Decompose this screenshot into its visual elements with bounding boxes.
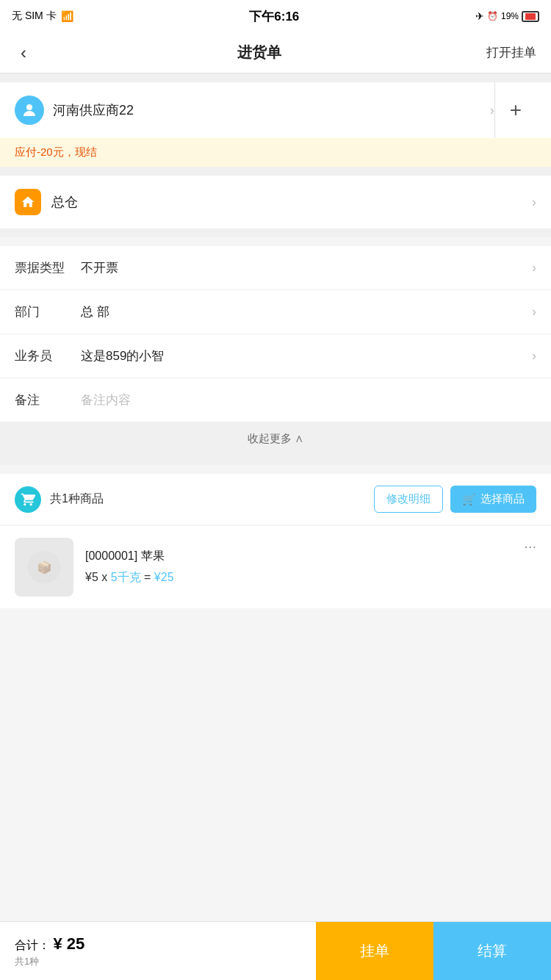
supplier-row[interactable]: 河南供应商22 › <box>15 82 495 138</box>
select-icon: 🛒 <box>462 493 476 506</box>
department-label: 部门 <box>15 303 81 320</box>
checkout-button[interactable]: 结算 <box>433 922 551 981</box>
salesperson-chevron: › <box>532 348 536 364</box>
status-time: 下午6:16 <box>249 8 299 25</box>
wifi-icon: 📶 <box>61 10 73 22</box>
invoice-type-row[interactable]: 票据类型 不开票 › <box>0 246 551 290</box>
total-label: 合计： <box>15 939 50 951</box>
warehouse-chevron: › <box>532 195 536 210</box>
warning-text: 应付-20元，现结 <box>15 145 97 158</box>
supplier-name: 河南供应商22 <box>53 101 484 119</box>
invoice-type-chevron: › <box>532 260 536 275</box>
product-item: 📦 [0000001] 苹果 ¥5 x 5千克 = ¥25 ··· <box>0 526 551 608</box>
location-icon: ✈ <box>475 10 484 22</box>
salesperson-label: 业务员 <box>15 347 81 364</box>
svg-point-0 <box>26 104 32 110</box>
footer-total: 合计： ¥ 25 共1种 <box>0 934 316 968</box>
battery-percent: 19% <box>501 11 519 21</box>
remark-row[interactable]: 备注 备注内容 <box>0 378 551 422</box>
product-thumbnail: 📦 <box>15 538 73 597</box>
divider-3 <box>0 456 551 465</box>
salesperson-row[interactable]: 业务员 这是859的小智 › <box>0 334 551 378</box>
status-bar: 无 SIM 卡 📶 下午6:16 ✈ ⏰ 19% <box>0 0 551 32</box>
divider-2 <box>0 228 551 237</box>
product-name: [0000001] 苹果 <box>85 549 512 564</box>
select-product-button[interactable]: 🛒 选择商品 <box>450 486 536 513</box>
status-carrier: 无 SIM 卡 📶 <box>12 10 73 23</box>
svg-text:📦: 📦 <box>37 560 52 575</box>
alarm-icon: ⏰ <box>487 11 498 21</box>
pending-button[interactable]: 挂单 <box>316 922 433 981</box>
supplier-avatar <box>15 96 44 125</box>
product-count-area: 共1种商品 <box>15 486 104 513</box>
department-value: 总 部 <box>81 303 526 320</box>
footer: 合计： ¥ 25 共1种 挂单 结算 <box>0 921 551 980</box>
supplier-chevron: › <box>490 103 494 118</box>
top-divider <box>0 73 551 82</box>
footer-total-row: 合计： ¥ 25 <box>15 934 301 954</box>
department-chevron: › <box>532 304 536 320</box>
invoice-type-label: 票据类型 <box>15 259 81 276</box>
page-title: 进货单 <box>237 43 281 62</box>
product-count-text: 共1种商品 <box>50 491 104 507</box>
product-info: [0000001] 苹果 ¥5 x 5千克 = ¥25 <box>85 549 512 586</box>
warehouse-row: 总仓 › <box>15 176 536 228</box>
open-pending-button[interactable]: 打开挂单 <box>486 44 536 61</box>
add-supplier-button[interactable]: + <box>495 90 536 131</box>
product-more-button[interactable]: ··· <box>524 538 536 555</box>
carrier-text: 无 SIM 卡 <box>12 10 57 23</box>
supplier-section: 河南供应商22 › + <box>0 82 551 138</box>
divider-1 <box>0 167 551 176</box>
remark-label: 备注 <box>15 392 81 408</box>
product-icon <box>15 486 41 513</box>
back-button[interactable]: ‹ <box>15 37 32 69</box>
warehouse-section[interactable]: 总仓 › <box>0 176 551 228</box>
battery-icon <box>522 11 539 22</box>
warning-banner: 应付-20元，现结 <box>0 138 551 167</box>
collapse-button[interactable]: 收起更多 ∧ <box>0 422 551 456</box>
select-product-label: 选择商品 <box>480 492 525 506</box>
footer-count: 共1种 <box>15 955 301 968</box>
product-actions: 修改明细 🛒 选择商品 <box>374 486 536 513</box>
warehouse-icon <box>15 189 41 215</box>
product-price: ¥5 x 5千克 = ¥25 <box>85 570 512 586</box>
form-section: 票据类型 不开票 › 部门 总 部 › 业务员 这是859的小智 › 备注 备注… <box>0 246 551 422</box>
department-row[interactable]: 部门 总 部 › <box>0 290 551 334</box>
warehouse-name: 总仓 <box>51 193 526 211</box>
remark-value: 备注内容 <box>81 392 536 408</box>
total-amount: ¥ 25 <box>53 934 84 953</box>
product-section-header: 共1种商品 修改明细 🛒 选择商品 <box>0 474 551 525</box>
salesperson-value: 这是859的小智 <box>81 347 526 364</box>
edit-detail-button[interactable]: 修改明细 <box>374 486 443 513</box>
status-right: ✈ ⏰ 19% <box>475 10 539 22</box>
nav-bar: ‹ 进货单 打开挂单 <box>0 32 551 73</box>
invoice-type-value: 不开票 <box>81 259 526 276</box>
